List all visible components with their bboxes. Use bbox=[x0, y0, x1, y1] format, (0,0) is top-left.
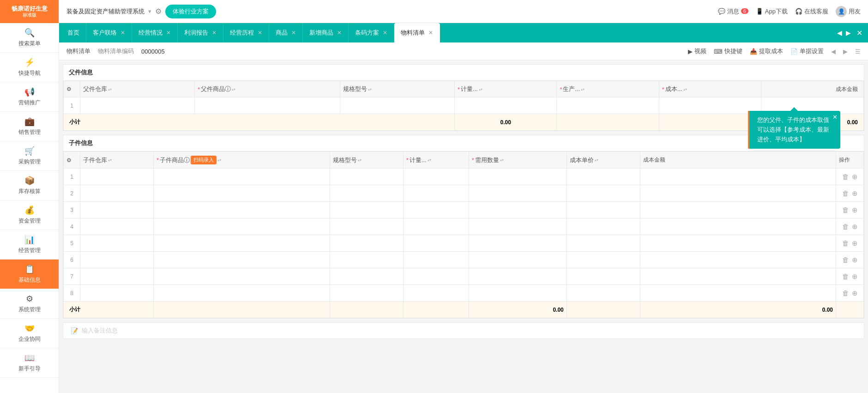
menu-icon[interactable]: ☰ bbox=[855, 48, 861, 55]
close-all-tabs-button[interactable]: ✕ bbox=[853, 29, 866, 37]
nav-left-icon[interactable]: ◀ bbox=[831, 48, 836, 55]
child-warehouse-cell-1[interactable] bbox=[80, 169, 154, 185]
child-qty-cell-7[interactable] bbox=[469, 268, 567, 285]
app-download-item[interactable]: 📱 App下载 bbox=[756, 7, 788, 16]
child-unit-cell-2[interactable] bbox=[403, 185, 469, 202]
parent-warehouse-cell[interactable] bbox=[80, 97, 195, 114]
nav-tab-close-1[interactable]: ✕ bbox=[121, 30, 125, 36]
nav-tab-5[interactable]: 商品✕ bbox=[269, 23, 303, 42]
tooltip-close-btn[interactable]: ✕ bbox=[832, 113, 838, 122]
sidebar-item-guide[interactable]: 📖新手引导 bbox=[0, 348, 59, 378]
child-unit-cell-5[interactable] bbox=[403, 235, 469, 252]
child-warehouse-cell-3[interactable] bbox=[80, 202, 154, 218]
child-qty-cell-5[interactable] bbox=[469, 235, 567, 252]
child-qty-cell-8[interactable] bbox=[469, 285, 567, 302]
nav-tab-2[interactable]: 经营情况✕ bbox=[132, 23, 178, 42]
child-spec-cell-6[interactable] bbox=[330, 252, 403, 268]
child-product-cell-8[interactable] bbox=[154, 285, 330, 302]
nav-tab-8[interactable]: 物料清单✕ bbox=[394, 23, 440, 42]
nav-tab-close-5[interactable]: ✕ bbox=[291, 30, 296, 36]
nav-tab-0[interactable]: 首页 bbox=[61, 23, 86, 42]
child-product-cell-7[interactable] bbox=[154, 268, 330, 285]
child-qty-cell-1[interactable] bbox=[469, 169, 567, 185]
note-placeholder[interactable]: 输入备注信息 bbox=[82, 326, 118, 335]
child-qty-cell-3[interactable] bbox=[469, 202, 567, 218]
settings-icon[interactable]: ⚙ bbox=[155, 7, 162, 16]
nav-tab-3[interactable]: 利润报告✕ bbox=[178, 23, 223, 42]
child-unit-price-cell-1[interactable] bbox=[567, 169, 640, 185]
copy-row-btn-6[interactable]: ⊕ bbox=[852, 256, 858, 264]
video-btn[interactable]: ▶ 视频 bbox=[688, 47, 706, 55]
delete-row-btn-4[interactable]: 🗑 bbox=[842, 223, 849, 230]
child-spec-cell-3[interactable] bbox=[330, 202, 403, 218]
child-qty-cell-2[interactable] bbox=[469, 185, 567, 202]
message-item[interactable]: 💬 消息 6 bbox=[718, 7, 748, 16]
nav-tab-1[interactable]: 客户联络✕ bbox=[86, 23, 132, 42]
delete-row-btn-1[interactable]: 🗑 bbox=[842, 173, 849, 181]
sidebar-item-finance[interactable]: 💰资金管理 bbox=[0, 200, 59, 230]
child-product-cell-1[interactable] bbox=[154, 169, 330, 185]
sidebar-item-purchase[interactable]: 🛒采购管理 bbox=[0, 141, 59, 171]
child-unit-cell-8[interactable] bbox=[403, 285, 469, 302]
sidebar-item-quick-nav[interactable]: ⚡快捷导航 bbox=[0, 53, 59, 82]
child-spec-cell-2[interactable] bbox=[330, 185, 403, 202]
delete-row-btn-3[interactable]: 🗑 bbox=[842, 206, 849, 214]
nav-tab-close-4[interactable]: ✕ bbox=[258, 30, 262, 36]
child-spec-cell-8[interactable] bbox=[330, 285, 403, 302]
child-spec-cell-5[interactable] bbox=[330, 235, 403, 252]
online-service-item[interactable]: 🎧 在线客服 bbox=[795, 7, 828, 16]
sidebar-item-operations[interactable]: 📊经营管理 bbox=[0, 230, 59, 260]
copy-row-btn-5[interactable]: ⊕ bbox=[852, 239, 858, 248]
nav-tab-close-8[interactable]: ✕ bbox=[428, 30, 433, 36]
copy-row-btn-1[interactable]: ⊕ bbox=[852, 173, 858, 181]
scan-input-button[interactable]: 扫码录入 bbox=[191, 156, 217, 164]
parent-col-settings[interactable]: ⚙ bbox=[64, 81, 80, 97]
delete-row-btn-7[interactable]: 🗑 bbox=[842, 272, 849, 280]
child-warehouse-cell-5[interactable] bbox=[80, 235, 154, 252]
parent-spec-cell[interactable] bbox=[340, 97, 454, 114]
child-spec-cell-7[interactable] bbox=[330, 268, 403, 285]
shortcut-btn[interactable]: ⌨ 快捷键 bbox=[714, 47, 742, 55]
child-spec-cell-4[interactable] bbox=[330, 218, 403, 235]
sidebar-item-sales[interactable]: 💼销售管理 bbox=[0, 112, 59, 141]
delete-row-btn-2[interactable]: 🗑 bbox=[842, 189, 849, 197]
parent-cost-cell[interactable] bbox=[659, 97, 761, 114]
nav-tab-close-7[interactable]: ✕ bbox=[383, 30, 387, 36]
delete-row-btn-8[interactable]: 🗑 bbox=[842, 289, 849, 297]
nav-tab-6[interactable]: 新增商品✕ bbox=[303, 23, 349, 42]
child-product-cell-2[interactable] bbox=[154, 185, 330, 202]
child-unit-price-cell-7[interactable] bbox=[567, 268, 640, 285]
child-product-cell-4[interactable] bbox=[154, 218, 330, 235]
nav-tab-7[interactable]: 条码方案✕ bbox=[349, 23, 394, 42]
child-unit-cell-7[interactable] bbox=[403, 268, 469, 285]
copy-row-btn-7[interactable]: ⊕ bbox=[852, 272, 858, 281]
child-warehouse-cell-6[interactable] bbox=[80, 252, 154, 268]
try-industry-button[interactable]: 体验行业方案 bbox=[165, 5, 216, 18]
child-product-cell-3[interactable] bbox=[154, 202, 330, 218]
child-unit-cell-4[interactable] bbox=[403, 218, 469, 235]
parent-product-cell[interactable] bbox=[195, 97, 340, 114]
child-unit-cell-6[interactable] bbox=[403, 252, 469, 268]
child-warehouse-cell-2[interactable] bbox=[80, 185, 154, 202]
parent-production-cell[interactable] bbox=[557, 97, 659, 114]
sidebar-item-marketing[interactable]: 📢营销推广 bbox=[0, 82, 59, 112]
nav-right-icon[interactable]: ▶ bbox=[843, 48, 848, 55]
copy-row-btn-3[interactable]: ⊕ bbox=[852, 206, 858, 214]
nav-tab-close-6[interactable]: ✕ bbox=[337, 30, 342, 36]
delete-row-btn-6[interactable]: 🗑 bbox=[842, 256, 849, 264]
child-qty-cell-6[interactable] bbox=[469, 252, 567, 268]
sidebar-item-inventory[interactable]: 📦库存核算 bbox=[0, 171, 59, 200]
child-unit-cell-3[interactable] bbox=[403, 202, 469, 218]
child-warehouse-cell-7[interactable] bbox=[80, 268, 154, 285]
child-unit-price-cell-2[interactable] bbox=[567, 185, 640, 202]
child-unit-price-cell-4[interactable] bbox=[567, 218, 640, 235]
sidebar-item-system[interactable]: ⚙系统管理 bbox=[0, 289, 59, 319]
extract-cost-btn[interactable]: 📥 提取成本 bbox=[750, 47, 783, 55]
child-product-cell-5[interactable] bbox=[154, 235, 330, 252]
child-product-cell-6[interactable] bbox=[154, 252, 330, 268]
child-warehouse-cell-4[interactable] bbox=[80, 218, 154, 235]
child-unit-price-cell-5[interactable] bbox=[567, 235, 640, 252]
copy-row-btn-4[interactable]: ⊕ bbox=[852, 223, 858, 231]
user-item[interactable]: 👤 用友 bbox=[836, 6, 861, 17]
sidebar-item-search[interactable]: 🔍搜索菜单 bbox=[0, 23, 59, 53]
